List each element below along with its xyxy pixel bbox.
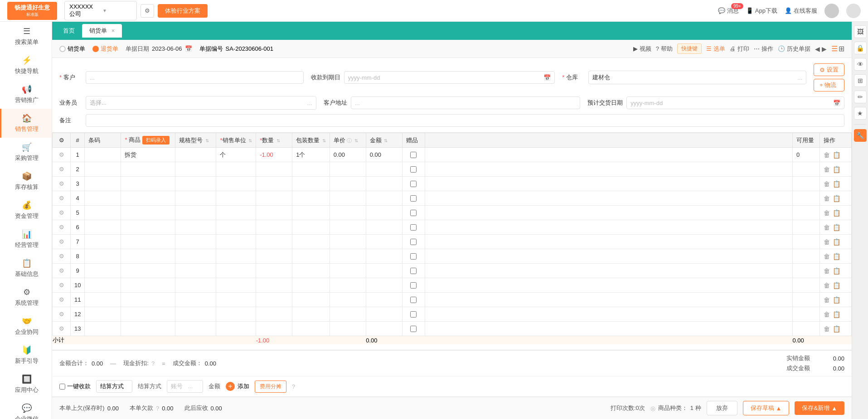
row-amount[interactable]: [366, 278, 402, 293]
rp-eye-button[interactable]: 👁: [854, 58, 867, 71]
row-price[interactable]: 0.00: [330, 148, 366, 162]
copy-icon[interactable]: 📋: [833, 253, 840, 260]
row-qty[interactable]: [256, 264, 292, 278]
avatar[interactable]: [824, 4, 839, 18]
debt-help-icon[interactable]: ?: [156, 405, 159, 412]
gift-checkbox[interactable]: [410, 181, 417, 187]
save-new-button[interactable]: 保存&新增 ▲: [795, 401, 844, 415]
row-qty[interactable]: [256, 206, 292, 220]
delete-icon[interactable]: 🗑: [824, 282, 830, 289]
close-icon[interactable]: ×: [112, 28, 115, 34]
sidebar-item-search[interactable]: ☰ 搜索菜单: [0, 22, 52, 51]
row-pkgqty[interactable]: [292, 220, 330, 235]
th-settings[interactable]: ⚙: [53, 133, 71, 148]
row-qty[interactable]: [256, 322, 292, 336]
delete-icon[interactable]: 🗑: [824, 325, 830, 332]
row-settings-icon[interactable]: ⚙: [59, 166, 64, 173]
rp-image-button[interactable]: 🖼: [854, 25, 867, 38]
copy-icon[interactable]: 📋: [833, 282, 840, 289]
abandon-button[interactable]: 放弃: [707, 401, 737, 415]
operations-button[interactable]: ⋯ 操作: [754, 45, 773, 53]
row-settings-icon[interactable]: ⚙: [59, 296, 64, 303]
row-barcode[interactable]: [85, 235, 121, 249]
row-settings-icon[interactable]: ⚙: [59, 151, 64, 158]
gift-checkbox[interactable]: [410, 326, 417, 332]
row-price[interactable]: [330, 278, 366, 293]
row-unit[interactable]: [216, 162, 256, 177]
row-product[interactable]: [121, 293, 175, 307]
discount-help-icon[interactable]: ?: [151, 360, 155, 367]
row-pkgqty[interactable]: [292, 249, 330, 264]
salesperson-input[interactable]: 选择... ...: [86, 96, 316, 110]
row-settings-icon[interactable]: ⚙: [59, 267, 64, 274]
row-settings[interactable]: ⚙: [53, 148, 71, 162]
row-settings[interactable]: ⚙: [53, 249, 71, 264]
row-unit[interactable]: [216, 235, 256, 249]
gift-checkbox[interactable]: [410, 268, 417, 274]
choose-order-button[interactable]: ☰ 选单: [706, 45, 725, 53]
row-qty[interactable]: [256, 162, 292, 177]
copy-icon[interactable]: 📋: [833, 325, 840, 332]
row-price[interactable]: [330, 235, 366, 249]
row-qty[interactable]: [256, 220, 292, 235]
row-amount[interactable]: [366, 220, 402, 235]
row-amount[interactable]: [366, 249, 402, 264]
sort-spec-icon[interactable]: ⇅: [205, 138, 209, 143]
row-barcode[interactable]: [85, 162, 121, 177]
row-unit[interactable]: [216, 264, 256, 278]
rp-grid-button[interactable]: ⊞: [854, 74, 867, 87]
row-price[interactable]: [330, 307, 366, 322]
row-settings[interactable]: ⚙: [53, 235, 71, 249]
grid-layout-icon[interactable]: ⊞: [839, 44, 844, 53]
row-product[interactable]: [121, 322, 175, 336]
row-price[interactable]: [330, 177, 366, 191]
calendar-icon[interactable]: 📅: [185, 45, 192, 52]
sort-pkgqty-icon[interactable]: ⇅: [322, 138, 326, 143]
row-price[interactable]: [330, 293, 366, 307]
row-barcode[interactable]: [85, 148, 121, 162]
row-qty[interactable]: [256, 235, 292, 249]
row-settings-icon[interactable]: ⚙: [59, 238, 64, 245]
row-product[interactable]: [121, 191, 175, 206]
row-unit[interactable]: [216, 191, 256, 206]
sidebar-item-quick-nav[interactable]: ⚡ 快捷导航: [0, 51, 52, 80]
sidebar-item-guide[interactable]: 🔰 新手引导: [0, 341, 52, 370]
avatar-secondary[interactable]: [846, 4, 861, 18]
row-product[interactable]: [121, 162, 175, 177]
row-price[interactable]: [330, 322, 366, 336]
row-unit[interactable]: [216, 293, 256, 307]
account-input[interactable]: 账号 ...: [167, 380, 203, 393]
row-qty[interactable]: [256, 307, 292, 322]
row-spec[interactable]: [175, 206, 216, 220]
row-unit[interactable]: [216, 177, 256, 191]
tab-home[interactable]: 首页: [56, 24, 82, 38]
row-amount[interactable]: 0.00: [366, 148, 402, 162]
row-amount[interactable]: [366, 177, 402, 191]
delete-icon[interactable]: 🗑: [824, 311, 830, 318]
expected-date-input[interactable]: yyyy-mm-dd 📅: [626, 96, 844, 109]
row-spec[interactable]: [175, 191, 216, 206]
video-button[interactable]: ▶ 视频: [633, 45, 651, 53]
row-settings[interactable]: ⚙: [53, 293, 71, 307]
experience-button[interactable]: 体验行业方案: [158, 4, 208, 18]
row-pkgqty[interactable]: [292, 278, 330, 293]
row-amount[interactable]: [366, 322, 402, 336]
company-selector[interactable]: XXXXXX公司 ▼: [64, 1, 137, 20]
row-pkgqty[interactable]: [292, 162, 330, 177]
delete-icon[interactable]: 🗑: [824, 166, 830, 173]
sort-qty-icon[interactable]: ⇅: [276, 138, 280, 143]
row-barcode[interactable]: [85, 322, 121, 336]
tab-sales-order[interactable]: 销货单 ×: [82, 24, 122, 38]
help-button[interactable]: ? 帮助: [656, 45, 673, 53]
save-draft-button[interactable]: 保存草稿 ▲: [743, 401, 790, 415]
shortcut-button[interactable]: 快捷键: [677, 43, 702, 54]
delete-icon[interactable]: 🗑: [824, 267, 830, 275]
row-settings[interactable]: ⚙: [53, 307, 71, 322]
row-pkgqty[interactable]: [292, 307, 330, 322]
row-product[interactable]: [121, 235, 175, 249]
row-pkgqty[interactable]: 1个: [292, 148, 330, 162]
row-amount[interactable]: [366, 235, 402, 249]
notes-input[interactable]: [86, 114, 844, 127]
row-price[interactable]: [330, 249, 366, 264]
copy-icon[interactable]: 📋: [833, 296, 840, 303]
